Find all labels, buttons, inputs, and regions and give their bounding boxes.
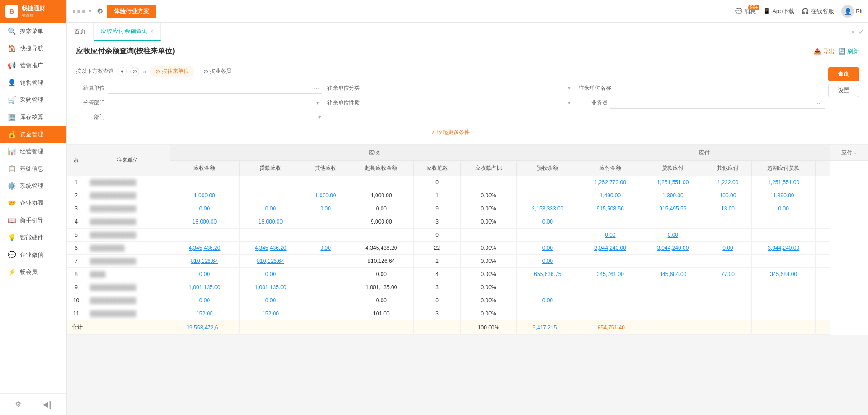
sidebar-item-label: 新手引导 [20, 216, 43, 224]
department-input[interactable]: ▾ [108, 112, 324, 122]
group2-label: 按业务员 [210, 67, 231, 75]
sidebar-item-label: 企业协同 [20, 199, 43, 207]
jiesuan-dots-icon[interactable]: ··· [314, 84, 319, 91]
table-settings-icon[interactable]: ⚙ [73, 157, 79, 164]
tab-home[interactable]: 首页 [67, 23, 94, 40]
filter-group-partner[interactable]: ⊙ 按往来单位 [150, 66, 194, 77]
sidebar-collapse-btn[interactable]: ◀‖ [41, 398, 53, 410]
sidebar-item-label: 系统管理 [20, 182, 43, 190]
sidebar-item-label: 畅会员 [20, 268, 38, 276]
sidebar-item-label: 搜索菜单 [20, 27, 43, 35]
basic-icon: 📋 [7, 165, 16, 173]
total-ap-amount: -654,751.40 [579, 320, 642, 335]
marketing-icon: 📢 [7, 62, 16, 70]
filter-field-department: 部门 ▾ [76, 112, 324, 122]
dept-input[interactable]: ▾ [108, 98, 322, 108]
sidebar-item-label: 资金管理 [20, 130, 43, 138]
gear-icon[interactable]: ⚙ [97, 7, 103, 15]
sidebar-item-finance[interactable]: 💰 资金管理 [0, 126, 66, 143]
sidebar-item-hardware[interactable]: 💡 智能硬件 [0, 229, 66, 246]
sidebar-item-quicknav[interactable]: 🏠 快捷导航 [0, 40, 66, 57]
sidebar-item-system[interactable]: ⚙️ 系统管理 [0, 177, 66, 195]
group-icon: ⊙ [156, 68, 160, 75]
sidebar-settings-btn[interactable]: ⚙ [13, 398, 23, 410]
tab-close-icon[interactable]: × [151, 29, 153, 34]
unit-name-input[interactable] [614, 86, 825, 90]
total-ar-prepay[interactable]: 6,417,215.... [516, 320, 579, 335]
app-download-action[interactable]: 📱 App下载 [763, 7, 794, 15]
ar-other-header: 其他应收 [302, 161, 349, 176]
sidebar-item-basic[interactable]: 📋 基础信息 [0, 160, 66, 177]
tab-active[interactable]: 应收应付余额查询 × [94, 23, 161, 41]
sidebar-item-search[interactable]: 🔍 搜索菜单 [0, 23, 66, 40]
service-action[interactable]: 🎧 在线客服 [802, 7, 834, 15]
schema-button[interactable]: ⊙ [130, 67, 139, 76]
unit-category-label: 往来单位分类 [327, 84, 360, 92]
tab-close-btn[interactable]: × [851, 28, 855, 36]
sidebar: B 畅捷通财 标准版 🔍 搜索菜单 🏠 快捷导航 📢 营销推广 👤 销售管理 🛒… [0, 0, 67, 415]
table-wrapper: ⚙ 往来单位 应收 应付 应付... 应收金额 贷款应收 其他应收 超期应收金额 [67, 145, 868, 335]
unit-nature-input[interactable]: ▾ [363, 98, 573, 108]
payable-group-header: 应付 [579, 145, 830, 161]
jiesuan-label: 结算单位 [76, 84, 105, 92]
ap-overdue-header: 超期应付货款 [751, 161, 815, 176]
group2-icon: ⊙ [203, 68, 208, 75]
filter-field-unit-category: 往来单位分类 ▾ [327, 82, 573, 94]
unit-category-input[interactable]: ▾ [363, 83, 573, 93]
filter-left: 按以下方案查询 + ⊙ « ⊙ 按往来单位 ⊙ 按业务员 [76, 66, 825, 139]
collapse-more-btn[interactable]: ∧ 收起更多条件 [431, 129, 470, 136]
search-icon: 🔍 [7, 27, 16, 35]
data-table: ⚙ 往来单位 应收 应付 应付... 应收金额 贷款应收 其他应收 超期应收金额 [67, 145, 868, 335]
sidebar-item-label: 企业微信 [20, 251, 43, 259]
filter-group-salesperson[interactable]: ⊙ 按业务员 [198, 66, 237, 77]
add-scheme-button[interactable]: + [118, 67, 127, 76]
collapse-left-button[interactable]: « [143, 68, 146, 75]
tab-bar-end: × ⤢ [161, 28, 868, 36]
sidebar-item-marketing[interactable]: 📢 营销推广 [0, 57, 66, 74]
table-row: 11████████████152.00152.00101.0030.00% [67, 307, 868, 320]
collapse-chevron-icon: ∧ [431, 129, 435, 136]
ar-count-header: 应收笔数 [413, 161, 461, 176]
salesperson-input[interactable]: ··· [610, 97, 825, 109]
chevron-down-icon[interactable]: ▾ [89, 8, 91, 14]
refresh-icon: 🔄 [838, 48, 845, 55]
sidebar-item-guide[interactable]: 📖 新手引导 [0, 212, 66, 229]
sidebar-item-collab[interactable]: 🤝 企业协同 [0, 195, 66, 212]
total-ar-amount[interactable]: 19,553,472,6... [170, 320, 240, 335]
header-actions: 💬 消息 99+ 📱 App下载 🎧 在线客服 👤 Rit [735, 5, 863, 18]
breadcrumb-text: ■ ■ ■ [72, 8, 85, 14]
filter-field-jiesuan: 结算单位 ··· [76, 82, 322, 94]
filter-row-2: 分管部门 ▾ 往来单位性质 ▾ [76, 97, 825, 109]
sidebar-item-wechat[interactable]: 💬 企业微信 [0, 246, 66, 263]
filter-row-1: 结算单位 ··· 往来单位分类 ▾ [76, 82, 825, 94]
query-button[interactable]: 查询 [828, 67, 859, 81]
promo-button[interactable]: 体验行业方案 [107, 5, 156, 18]
tab-expand-btn[interactable]: ⤢ [859, 28, 864, 36]
message-action[interactable]: 💬 消息 99+ [735, 7, 756, 15]
home-icon: 🏠 [7, 44, 16, 52]
page-inner: 应收应付余额查询(按往来单位) 📤 导出 🔄 刷新 [67, 41, 868, 335]
sidebar-item-inventory[interactable]: 🏢 库存核算 [0, 109, 66, 126]
sidebar-item-sales[interactable]: 👤 销售管理 [0, 74, 66, 91]
user-menu[interactable]: 👤 Rit [841, 5, 863, 18]
unit-nature-label: 往来单位性质 [327, 99, 360, 107]
sidebar-item-member[interactable]: ⚡ 畅会员 [0, 263, 66, 281]
jiesuan-input[interactable]: ··· [108, 82, 322, 94]
app-header: ■ ■ ■ ▾ ⚙ 体验行业方案 💬 消息 99+ 📱 App下载 🎧 在线客服… [67, 0, 868, 23]
app-icon: 📱 [763, 8, 770, 14]
username-label: Rit [856, 8, 863, 14]
total-ar-loan [239, 320, 302, 335]
sidebar-item-operations[interactable]: 📊 经营管理 [0, 143, 66, 160]
sidebar-item-label: 销售管理 [20, 79, 43, 87]
salesperson-dots-icon[interactable]: ··· [816, 99, 822, 106]
table-settings-header[interactable]: ⚙ [67, 145, 85, 176]
dept-label: 分管部门 [76, 99, 105, 107]
sidebar-nav: 🔍 搜索菜单 🏠 快捷导航 📢 营销推广 👤 销售管理 🛒 采购管理 🏢 库存核… [0, 23, 66, 393]
ar-loan-header: 贷款应收 [239, 161, 302, 176]
sidebar-item-label: 经营管理 [20, 148, 43, 156]
setting-button[interactable]: 设置 [828, 84, 859, 97]
sidebar-item-purchase[interactable]: 🛒 采购管理 [0, 91, 66, 109]
export-button[interactable]: 📤 导出 [814, 48, 835, 56]
refresh-button[interactable]: 🔄 刷新 [838, 48, 859, 56]
total-label: 合计 [67, 320, 170, 335]
